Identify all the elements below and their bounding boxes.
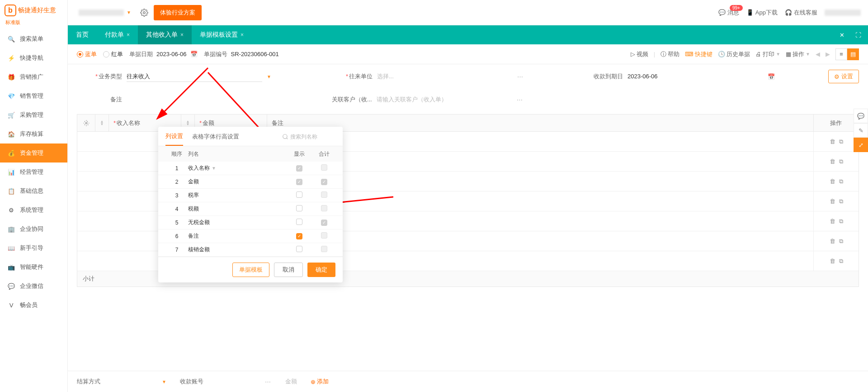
radio-blue[interactable]: 蓝单 bbox=[77, 50, 97, 58]
delete-icon[interactable]: 🗑 bbox=[830, 198, 835, 205]
tab-3[interactable]: 单据模板设置× bbox=[192, 25, 252, 44]
more-icon[interactable]: ⋯ bbox=[517, 73, 524, 80]
copy-icon[interactable]: ⧉ bbox=[839, 178, 843, 185]
close-icon[interactable]: × bbox=[241, 32, 244, 38]
cancel-button[interactable]: 取消 bbox=[274, 263, 303, 277]
shortcut-button[interactable]: ⌨快捷键 bbox=[685, 50, 712, 58]
unit-input[interactable] bbox=[377, 71, 513, 82]
delete-icon[interactable]: 🗑 bbox=[830, 138, 835, 145]
copy-icon[interactable]: ⧉ bbox=[839, 258, 843, 265]
view-list-icon[interactable]: ≡ bbox=[835, 48, 847, 60]
sort-icon[interactable]: ▲▼ bbox=[95, 115, 109, 131]
sum-checkbox[interactable] bbox=[321, 232, 327, 239]
app-download-button[interactable]: 📱 App下载 bbox=[746, 9, 778, 17]
calendar-icon[interactable]: 📅 bbox=[768, 73, 775, 80]
sidebar-item-8[interactable]: 📋基础信息 bbox=[0, 182, 67, 201]
sum-checkbox[interactable] bbox=[321, 164, 327, 171]
ok-button[interactable]: 确定 bbox=[307, 263, 335, 277]
gear-icon[interactable] bbox=[140, 9, 148, 17]
sidebar-item-14[interactable]: V畅会员 bbox=[0, 296, 67, 315]
show-checkbox[interactable] bbox=[296, 191, 302, 198]
show-checkbox[interactable] bbox=[296, 233, 302, 239]
video-button[interactable]: ▷视频 bbox=[631, 50, 648, 58]
delete-icon[interactable]: 🗑 bbox=[830, 258, 835, 264]
search-column-input[interactable] bbox=[290, 134, 335, 140]
chevron-down-icon[interactable]: ▼ bbox=[162, 379, 166, 384]
sum-checkbox[interactable] bbox=[321, 220, 327, 226]
help-button[interactable]: ⓘ帮助 bbox=[660, 50, 679, 58]
messages-button[interactable]: 💬 消息 99+ bbox=[718, 9, 739, 17]
sidebar-item-7[interactable]: 📊经营管理 bbox=[0, 163, 67, 182]
tab-2[interactable]: 其他收入单× bbox=[138, 25, 192, 44]
settings-button[interactable]: ⚙设置 bbox=[828, 70, 859, 83]
remark-input[interactable] bbox=[127, 94, 262, 105]
copy-icon[interactable]: ⧉ bbox=[839, 238, 843, 245]
prev-icon[interactable]: ◀ bbox=[816, 51, 820, 57]
settle-label: 结算方式 bbox=[77, 378, 100, 386]
copy-icon[interactable]: ⧉ bbox=[839, 198, 843, 205]
print-button[interactable]: 🖨打印▼ bbox=[755, 50, 780, 58]
sidebar-item-10[interactable]: 🏢企业协同 bbox=[0, 220, 67, 239]
sidebar-item-1[interactable]: ⚡快捷导航 bbox=[0, 48, 67, 67]
org-selector[interactable]: ▼ bbox=[75, 8, 135, 18]
trial-button[interactable]: 体验行业方案 bbox=[154, 5, 202, 20]
close-icon[interactable]: × bbox=[127, 32, 130, 38]
operate-button[interactable]: ▦操作▼ bbox=[786, 50, 810, 58]
doc-date-value[interactable]: 2023-06-06 bbox=[156, 51, 187, 57]
side-tab-expand-icon[interactable]: ⤢ bbox=[854, 138, 868, 152]
sidebar-item-3[interactable]: 💎销售管理 bbox=[0, 86, 67, 105]
delete-icon[interactable]: 🗑 bbox=[830, 178, 835, 185]
close-icon[interactable]: × bbox=[180, 32, 184, 38]
copy-icon[interactable]: ⧉ bbox=[839, 158, 843, 165]
copy-icon[interactable]: ⧉ bbox=[839, 218, 843, 225]
copy-icon[interactable]: ⧉ bbox=[839, 138, 843, 145]
more-icon[interactable]: ⋯ bbox=[517, 96, 524, 103]
sidebar-item-5[interactable]: 🏠库存核算 bbox=[0, 124, 67, 143]
sidebar-item-4[interactable]: 🛒采购管理 bbox=[0, 105, 67, 124]
sum-checkbox[interactable] bbox=[321, 246, 327, 252]
sidebar-item-9[interactable]: ⚙系统管理 bbox=[0, 201, 67, 220]
show-checkbox[interactable] bbox=[296, 205, 302, 211]
next-icon[interactable]: ▶ bbox=[826, 51, 830, 57]
sum-checkbox[interactable] bbox=[321, 179, 327, 185]
tab-row-height[interactable]: 表格字体行高设置 bbox=[192, 133, 239, 145]
link-customer-input[interactable] bbox=[377, 94, 512, 105]
template-button[interactable]: 单据模板 bbox=[232, 263, 269, 277]
show-checkbox[interactable] bbox=[296, 246, 302, 252]
radio-red[interactable]: 红单 bbox=[103, 50, 123, 58]
tab-column-settings[interactable]: 列设置 bbox=[165, 132, 183, 146]
show-checkbox[interactable] bbox=[296, 165, 302, 172]
sidebar-item-11[interactable]: 📖新手引导 bbox=[0, 239, 67, 258]
fullscreen-icon[interactable]: ⛶ bbox=[852, 29, 864, 41]
sidebar-item-0[interactable]: 🔍搜索菜单 bbox=[0, 29, 67, 48]
sidebar-item-13[interactable]: 💬企业微信 bbox=[0, 277, 67, 296]
add-button[interactable]: ⊕ 添加 bbox=[311, 378, 329, 386]
calendar-icon[interactable]: 📅 bbox=[190, 51, 198, 57]
sidebar-item-2[interactable]: 🎁营销推广 bbox=[0, 67, 67, 86]
chevron-down-icon[interactable]: ▼ bbox=[267, 74, 271, 79]
sum-checkbox[interactable] bbox=[321, 205, 327, 211]
more-icon[interactable]: ⋯ bbox=[265, 378, 272, 385]
biz-type-input[interactable] bbox=[127, 71, 262, 82]
delete-icon[interactable]: 🗑 bbox=[830, 158, 835, 165]
show-checkbox[interactable] bbox=[296, 179, 302, 185]
table-settings-icon[interactable] bbox=[77, 115, 95, 131]
online-service-button[interactable]: 🎧 在线客服 bbox=[785, 9, 817, 17]
close-tab-icon[interactable]: ✕ bbox=[835, 29, 848, 41]
side-tab-edit-icon[interactable]: ✎ bbox=[854, 123, 868, 138]
chevron-down-icon: ▼ bbox=[127, 10, 131, 15]
delete-icon[interactable]: 🗑 bbox=[830, 238, 835, 244]
history-button[interactable]: 🕓历史单据 bbox=[718, 50, 750, 58]
sidebar-item-12[interactable]: 📺智能硬件 bbox=[0, 258, 67, 277]
side-tab-chat-icon[interactable]: 💬 bbox=[854, 109, 868, 123]
show-checkbox[interactable] bbox=[296, 219, 302, 225]
due-date-input[interactable] bbox=[627, 71, 763, 82]
chevron-down-icon[interactable]: ▼ bbox=[212, 166, 216, 171]
view-detail-icon[interactable]: ▤ bbox=[847, 48, 859, 60]
tab-1[interactable]: 付款单× bbox=[97, 25, 138, 44]
sum-checkbox[interactable] bbox=[321, 191, 327, 198]
delete-icon[interactable]: 🗑 bbox=[830, 218, 835, 225]
sidebar-item-6[interactable]: 💰资金管理 bbox=[0, 143, 67, 163]
tab-0[interactable]: 首页 bbox=[68, 25, 97, 44]
doc-no-label: 单据编号 bbox=[204, 50, 227, 58]
